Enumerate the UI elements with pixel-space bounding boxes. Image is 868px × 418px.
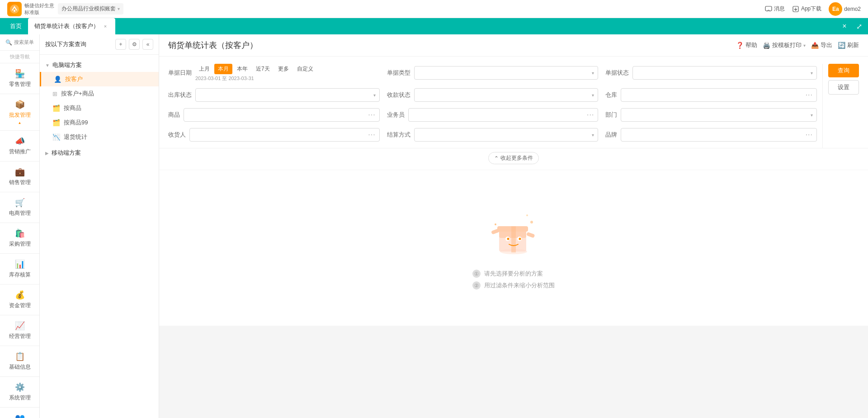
tab-close-icon[interactable]: ×: [102, 23, 109, 30]
brand-input[interactable]: ···: [621, 128, 817, 142]
print-label: 按模板打印: [772, 41, 802, 49]
export-button[interactable]: 📤 导出: [811, 41, 832, 49]
out-status-field: 出库状态 ▾: [168, 88, 380, 102]
date-tab-last-month[interactable]: 上月: [195, 64, 213, 74]
app-download-button[interactable]: App下载: [792, 5, 821, 13]
message-icon: [765, 5, 772, 13]
query-section: 单据日期 上月 本月 本年 近7天 更多 自定义: [159, 57, 868, 148]
salesperson-input[interactable]: ···: [408, 108, 599, 122]
tab-close-button[interactable]: ×: [839, 21, 850, 32]
help-button[interactable]: ❓ 帮助: [736, 41, 757, 49]
sidebar-retail-label: 零售管理: [9, 81, 31, 88]
refresh-label: 刷新: [847, 41, 859, 49]
date-tab-custom[interactable]: 自定义: [293, 64, 317, 74]
tree-group-desktop-label: 电脑端方案: [52, 61, 82, 69]
date-tab-this-year[interactable]: 本年: [233, 64, 251, 74]
settlement-input[interactable]: ▾: [414, 128, 599, 142]
message-button[interactable]: 消息: [765, 5, 785, 13]
tab-home[interactable]: 首页: [4, 18, 28, 34]
tree-item-by-customer[interactable]: 👤 按客户: [40, 72, 159, 86]
receiver-input[interactable]: ···: [189, 128, 380, 142]
sidebar-item-ecommerce[interactable]: 🛒 电商管理: [0, 192, 39, 223]
tree-group-mobile-header[interactable]: ▶ 移动端方案: [40, 146, 159, 160]
out-status-input[interactable]: ▾: [195, 88, 380, 102]
salesperson-label: 业务员: [387, 111, 405, 119]
tree-group-mobile: ▶ 移动端方案: [40, 146, 159, 160]
download-icon: [792, 5, 799, 13]
query-row-4: 收货人 ··· 结算方式 ▾: [168, 128, 817, 142]
sidebar-sales-label: 销售管理: [9, 179, 31, 186]
date-tab-more[interactable]: 更多: [274, 64, 292, 74]
receipt-status-input[interactable]: ▾: [414, 88, 599, 102]
filter-tree: ▼ 电脑端方案 👤 按客户 ⊞ 按客户+商品 🗂️ 按商品: [40, 55, 159, 165]
receipt-status-field: 收款状态 ▾: [387, 88, 599, 102]
doc-status-input[interactable]: ▾: [632, 66, 817, 80]
sidebar: 🔍 搜索菜单 快捷导航 🏪 零售管理 📦 批发管理 ▲ 📣 营销推广 💼 销售管…: [0, 34, 40, 418]
refresh-button[interactable]: 🔄 刷新: [838, 41, 859, 49]
sidebar-item-basic[interactable]: 📋 基础信息: [0, 346, 39, 377]
sidebar-item-inventory[interactable]: 📊 库存核算: [0, 254, 39, 285]
search-label: 搜索菜单: [14, 39, 34, 46]
settings-scheme-button[interactable]: ⚙: [129, 39, 140, 50]
sidebar-system-label: 系统管理: [9, 394, 31, 402]
sidebar-item-enterprise[interactable]: 👥 企业协同: [0, 408, 39, 418]
sidebar-item-wholesale[interactable]: 📦 批发管理 ▲: [0, 94, 39, 131]
query-fields: 单据日期 上月 本月 本年 近7天 更多 自定义: [168, 64, 817, 148]
logo-text: 畅捷信好生意 标准版: [24, 2, 54, 15]
tree-item-by-goods99[interactable]: 🗂️ 按商品99: [40, 115, 159, 130]
dept-arrow-icon: ▾: [811, 113, 813, 118]
svg-point-16: [530, 221, 533, 223]
sidebar-item-sales[interactable]: 💼 销售管理: [0, 162, 39, 192]
query-button[interactable]: 查询: [828, 64, 859, 77]
industry-selector[interactable]: 办公用品行业模拟账套 ▾: [58, 3, 123, 14]
add-scheme-button[interactable]: +: [115, 39, 126, 50]
sidebar-item-system[interactable]: ⚙️ 系统管理: [0, 377, 39, 408]
user-profile[interactable]: Ea demo2: [829, 2, 861, 16]
warehouse-input[interactable]: ···: [621, 88, 817, 102]
logo-area: 畅捷信好生意 标准版: [7, 2, 54, 16]
tree-item-by-goods-label: 按商品: [64, 104, 81, 112]
tree-group-desktop: ▼ 电脑端方案 👤 按客户 ⊞ 按客户+商品 🗂️ 按商品: [40, 58, 159, 144]
date-tab-7days[interactable]: 近7天: [252, 64, 274, 74]
goods-field: 商品 ···: [168, 108, 380, 122]
svg-point-11: [507, 238, 509, 240]
settings-button[interactable]: 设置: [828, 80, 859, 95]
print-button[interactable]: 🖨️ 按模板打印 ▾: [763, 41, 806, 49]
page-actions: ❓ 帮助 🖨️ 按模板打印 ▾ 📤 导出 🔄 刷新: [736, 41, 859, 49]
sidebar-item-purchase[interactable]: 🛍️ 采购管理: [0, 223, 39, 254]
customer-scheme-icon: 👤: [54, 76, 61, 83]
tree-item-by-customer-goods[interactable]: ⊞ 按客户+商品: [40, 86, 159, 101]
tree-item-by-goods[interactable]: 🗂️ 按商品: [40, 101, 159, 115]
date-tab-this-month[interactable]: 本月: [214, 64, 232, 74]
tab-expand-button[interactable]: ⤢: [854, 21, 864, 32]
sidebar-item-marketing[interactable]: 📣 营销推广: [0, 131, 39, 162]
collapse-button[interactable]: ⌃ 收起更多条件: [488, 152, 539, 164]
sidebar-search[interactable]: 🔍 搜索菜单: [0, 34, 39, 51]
main-layout: 🔍 搜索菜单 快捷导航 🏪 零售管理 📦 批发管理 ▲ 📣 营销推广 💼 销售管…: [0, 34, 868, 418]
tree-item-return-stat[interactable]: 📉 退货统计: [40, 130, 159, 144]
salesperson-field: 业务员 ···: [387, 108, 599, 122]
sidebar-inventory-label: 库存核算: [9, 271, 31, 279]
tree-group-desktop-header[interactable]: ▼ 电脑端方案: [40, 58, 159, 72]
sidebar-item-operations[interactable]: 📈 经营管理: [0, 315, 39, 346]
purchase-icon: 🛍️: [15, 228, 25, 238]
sidebar-item-retail[interactable]: 🏪 零售管理: [0, 63, 39, 94]
warehouse-dots-icon: ···: [806, 91, 813, 99]
sidebar-item-finance[interactable]: 💰 资金管理: [0, 285, 39, 315]
doc-status-arrow-icon: ▾: [811, 71, 813, 76]
svg-point-15: [495, 223, 496, 225]
tab-home-label: 首页: [10, 22, 22, 30]
empty-illustration: [486, 206, 541, 261]
svg-rect-8: [511, 226, 516, 252]
sidebar-quick-nav[interactable]: 快捷导航: [0, 51, 39, 63]
tab-sales-report[interactable]: 销货单统计表（按客户） ×: [28, 18, 115, 34]
filter-panel: 按以下方案查询 + ⚙ « ▼ 电脑端方案 👤 按客户: [40, 34, 159, 418]
doc-type-input[interactable]: ▾: [414, 66, 599, 80]
dept-input[interactable]: ▾: [621, 108, 817, 122]
out-status-arrow-icon: ▾: [373, 93, 376, 98]
tab-bar-actions: × ⤢: [839, 21, 864, 32]
sidebar-wholesale-label: 批发管理: [9, 111, 31, 119]
top-header: 畅捷信好生意 标准版 办公用品行业模拟账套 ▾ 消息 App下载 Ea: [0, 0, 868, 18]
goods-input[interactable]: ···: [184, 108, 380, 122]
collapse-panel-button[interactable]: «: [142, 39, 153, 50]
